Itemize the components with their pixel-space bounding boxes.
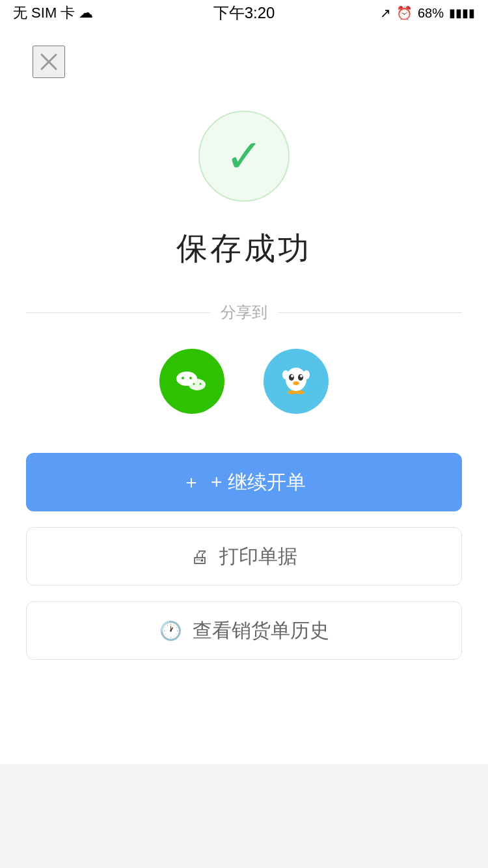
success-icon-wrapper: ✓ xyxy=(198,111,290,202)
wechat-icon xyxy=(172,362,211,401)
history-label: 查看销货单历史 xyxy=(193,617,329,644)
location-icon: ↗ xyxy=(380,5,391,21)
wechat-share-button[interactable] xyxy=(159,349,224,414)
print-icon: 🖨 xyxy=(191,546,209,567)
close-icon xyxy=(39,52,59,72)
svg-point-6 xyxy=(193,383,195,385)
action-buttons: ＋ + 继续开单 🖨 打印单据 🕐 查看销货单历史 xyxy=(26,453,462,660)
no-sim-label: 无 SIM 卡 ☁ xyxy=(13,3,93,23)
qq-icon xyxy=(277,362,316,401)
share-divider: 分享到 xyxy=(26,302,462,323)
print-label: 打印单据 xyxy=(219,543,297,570)
battery-label: 68% xyxy=(418,6,444,21)
battery-icon: ▮▮▮▮ xyxy=(449,6,475,20)
status-bar: 无 SIM 卡 ☁ 下午3:20 ↗ ⏰ 68% ▮▮▮▮ xyxy=(0,0,488,26)
svg-point-4 xyxy=(182,377,184,379)
svg-point-17 xyxy=(295,390,305,394)
status-left: 无 SIM 卡 ☁ xyxy=(13,3,93,23)
success-title: 保存成功 xyxy=(176,228,312,269)
history-icon: 🕐 xyxy=(159,620,182,642)
share-section: 分享到 xyxy=(26,302,462,414)
alarm-icon: ⏰ xyxy=(396,5,413,21)
main-content: ✓ 保存成功 分享到 xyxy=(0,26,488,764)
continue-button[interactable]: ＋ + 继续开单 xyxy=(26,453,462,511)
print-button[interactable]: 🖨 打印单据 xyxy=(26,527,462,586)
close-button[interactable] xyxy=(33,46,65,78)
svg-point-12 xyxy=(300,375,303,377)
svg-point-11 xyxy=(291,375,293,377)
svg-point-15 xyxy=(303,370,310,379)
bottom-area xyxy=(0,764,488,868)
svg-point-7 xyxy=(200,383,202,385)
svg-point-5 xyxy=(189,377,192,379)
continue-label: + 继续开单 xyxy=(211,469,306,496)
qq-share-button[interactable] xyxy=(264,349,329,414)
svg-point-14 xyxy=(282,370,289,379)
svg-point-3 xyxy=(189,379,206,390)
plus-icon: ＋ xyxy=(182,470,200,495)
status-right: ↗ ⏰ 68% ▮▮▮▮ xyxy=(380,5,475,21)
status-time: 下午3:20 xyxy=(213,3,275,23)
svg-point-16 xyxy=(288,390,297,394)
share-label: 分享到 xyxy=(221,302,267,323)
svg-point-8 xyxy=(286,368,306,391)
svg-point-13 xyxy=(293,381,299,385)
share-icons xyxy=(26,349,462,414)
history-button[interactable]: 🕐 查看销货单历史 xyxy=(26,601,462,660)
checkmark-icon: ✓ xyxy=(225,133,264,179)
